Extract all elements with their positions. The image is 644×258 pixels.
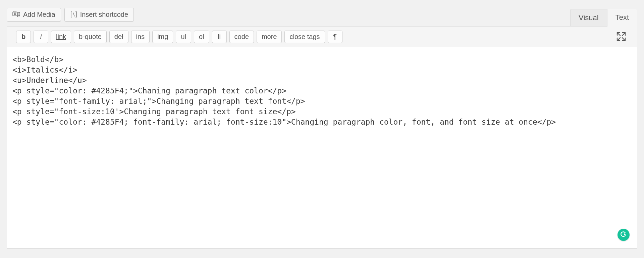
grammarly-badge[interactable] <box>618 229 630 241</box>
fullscreen-button[interactable] <box>614 30 628 43</box>
editor-area <box>7 47 637 249</box>
qt-more-button[interactable]: more <box>257 31 282 43</box>
qt-italic-button[interactable]: i <box>34 31 48 43</box>
tab-text[interactable]: Text <box>607 9 637 27</box>
qt-img-button[interactable]: img <box>152 31 173 43</box>
qt-del-button[interactable]: del <box>109 31 128 43</box>
qt-bold-button[interactable]: b <box>16 31 31 43</box>
qt-li-button[interactable]: li <box>212 31 227 43</box>
insert-shortcode-label: Insert shortcode <box>80 11 128 18</box>
add-media-label: Add Media <box>23 11 55 18</box>
svg-rect-2 <box>14 11 16 12</box>
add-media-button[interactable]: Add Media <box>7 8 61 22</box>
grammarly-icon <box>620 231 627 239</box>
qt-ins-button[interactable]: ins <box>131 31 150 43</box>
camera-music-icon <box>12 11 20 18</box>
insert-shortcode-button[interactable]: Insert shortcode <box>64 8 134 22</box>
qt-ol-button[interactable]: ol <box>194 31 209 43</box>
shortcode-icon <box>70 11 77 18</box>
wp-editor: Add Media Insert shortcode Visual Text b… <box>0 0 644 249</box>
content-textarea[interactable] <box>7 47 637 248</box>
editor-top-bar: Add Media Insert shortcode Visual Text <box>0 0 644 26</box>
qt-ul-button[interactable]: ul <box>176 31 191 43</box>
tab-visual[interactable]: Visual <box>570 9 607 27</box>
qt-bquote-button[interactable]: b-quote <box>74 31 107 43</box>
qt-paragraph-mark-button[interactable]: ¶ <box>328 31 342 43</box>
svg-rect-0 <box>13 12 17 16</box>
quicktags-toolbar: b i link b-quote del ins img ul ol li co… <box>7 26 637 47</box>
editor-mode-tabs: Visual Text <box>570 9 637 27</box>
svg-point-3 <box>18 15 20 16</box>
fullscreen-icon <box>616 31 627 42</box>
qt-code-button[interactable]: code <box>229 31 254 43</box>
qt-close-tags-button[interactable]: close tags <box>284 31 325 43</box>
qt-link-button[interactable]: link <box>51 31 71 43</box>
svg-point-1 <box>14 13 16 15</box>
